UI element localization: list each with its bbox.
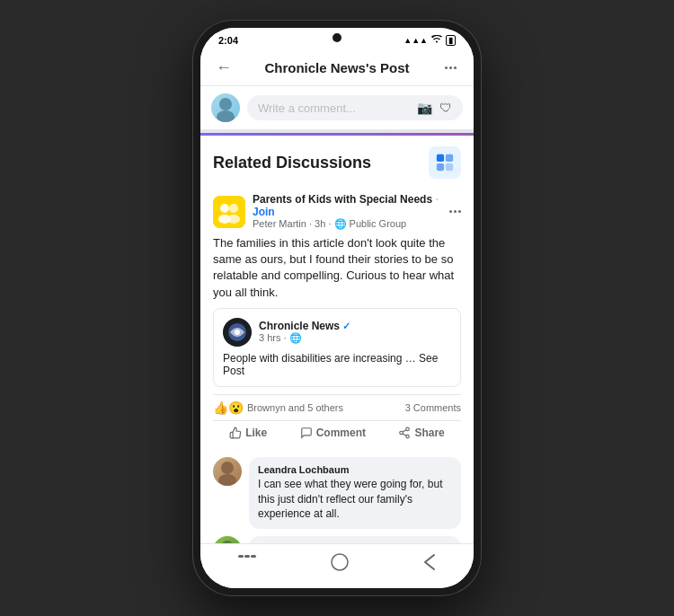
reaction-emojis: 👍 😮 Brownyn and 5 others: [213, 400, 343, 415]
comments-section: Leandra Lochbaum I can see what they wer…: [200, 453, 474, 543]
like-label: Like: [245, 427, 267, 439]
phone-frame: 2:04 ▲▲▲ ▮ ← Chronicle News's Post: [193, 21, 481, 595]
group-info: Parents of Kids with Special Needs · Joi…: [213, 193, 449, 230]
nav-menu-icon[interactable]: [238, 555, 256, 574]
scroll-content[interactable]: Write a comment... 📷 🛡 Related Discussio…: [200, 86, 474, 543]
svg-rect-4: [437, 163, 444, 171]
commenter-avatar-2: [213, 536, 242, 543]
embedded-source-name: Chronicle News ✓: [259, 320, 350, 332]
embedded-post[interactable]: Chronicle News ✓ 3 hrs · 🌐 People with d…: [213, 308, 461, 387]
group-name: Parents of Kids with Special Needs · Joi…: [253, 193, 449, 218]
embedded-post-meta: 3 hrs · 🌐: [259, 332, 350, 344]
svg-rect-5: [446, 163, 453, 171]
svg-rect-27: [251, 555, 256, 558]
svg-point-10: [227, 215, 240, 224]
like-emoji: 👍: [213, 400, 228, 415]
more-options-button[interactable]: [438, 55, 463, 80]
svg-point-19: [221, 462, 234, 474]
battery-icon: ▮: [446, 35, 456, 46]
group-avatar: [213, 196, 245, 228]
top-comment-input-area: Write a comment... 📷 🛡: [200, 86, 474, 133]
comment-placeholder: Write a comment...: [258, 101, 356, 115]
verified-badge: ✓: [342, 321, 350, 331]
post-text: The families in this article don't look …: [213, 235, 461, 301]
svg-rect-2: [437, 154, 444, 162]
related-icon-button[interactable]: [429, 146, 461, 179]
embedded-source-avatar: [223, 318, 252, 347]
wow-emoji: 😮: [228, 400, 244, 415]
discussion-card: Parents of Kids with Special Needs · Joi…: [200, 186, 474, 453]
comments-count: 3 Comments: [405, 402, 461, 413]
camera-icon: 📷: [417, 101, 432, 115]
commenter-name-1: Leandra Lochbaum: [258, 464, 452, 475]
page-title: Chronicle News's Post: [264, 60, 409, 75]
nav-home-icon[interactable]: [331, 553, 349, 576]
emoji-stack: 👍 😮: [213, 400, 244, 415]
svg-point-14: [406, 427, 410, 431]
group-meta: Peter Martin · 3h · 🌐 Public Group: [253, 218, 449, 230]
embedded-source-info: Chronicle News ✓ 3 hrs · 🌐: [259, 320, 350, 344]
svg-point-16: [406, 435, 410, 438]
bottom-navigation: [200, 543, 474, 588]
svg-point-28: [332, 554, 348, 570]
signal-icon: ▲▲▲: [404, 36, 428, 45]
svg-rect-6: [213, 196, 245, 228]
svg-point-15: [400, 431, 404, 435]
shield-icon: 🛡: [439, 101, 452, 115]
svg-point-1: [217, 110, 235, 122]
svg-point-7: [220, 204, 229, 213]
join-link[interactable]: Join: [253, 206, 275, 218]
related-discussions-header: Related Discussions: [200, 136, 474, 186]
svg-rect-26: [244, 555, 250, 558]
share-button[interactable]: Share: [398, 427, 444, 439]
related-discussions-title: Related Discussions: [213, 154, 371, 172]
embedded-post-header: Chronicle News ✓ 3 hrs · 🌐: [223, 318, 451, 347]
comment-bubble-2: Cara Jones I am SO grateful that more pe…: [249, 536, 461, 543]
comment-input-field[interactable]: Write a comment... 📷 🛡: [247, 95, 463, 120]
embedded-post-text: People with disabilities are increasing …: [223, 352, 451, 377]
group-details: Parents of Kids with Special Needs · Joi…: [253, 193, 449, 230]
svg-point-13: [235, 330, 240, 335]
comment-button[interactable]: Comment: [300, 427, 366, 439]
svg-rect-25: [238, 555, 244, 558]
share-label: Share: [414, 427, 444, 439]
like-button[interactable]: Like: [229, 427, 267, 439]
nav-back-icon[interactable]: [423, 553, 436, 576]
current-user-avatar: [211, 93, 240, 122]
svg-point-0: [219, 98, 232, 110]
more-options-icon[interactable]: [449, 210, 461, 213]
navigation-bar: ← Chronicle News's Post: [200, 49, 474, 86]
status-bar: 2:04 ▲▲▲ ▮: [200, 28, 474, 49]
status-icons: ▲▲▲ ▮: [404, 35, 456, 46]
wifi-icon: [431, 35, 442, 46]
reactions-text: Brownyn and 5 others: [247, 402, 343, 413]
comment-item-2: Cara Jones I am SO grateful that more pe…: [213, 536, 461, 543]
svg-point-20: [218, 474, 236, 486]
svg-line-18: [403, 430, 406, 432]
reactions-row: 👍 😮 Brownyn and 5 others 3 Comments: [213, 394, 461, 421]
status-time: 2:04: [218, 35, 238, 46]
comment-text-1: I can see what they were going for, but …: [258, 477, 452, 522]
svg-point-8: [229, 204, 238, 213]
input-icons: 📷 🛡: [417, 101, 452, 115]
commenter-avatar-1: [213, 457, 242, 486]
phone-screen: 2:04 ▲▲▲ ▮ ← Chronicle News's Post: [200, 28, 474, 588]
group-header: Parents of Kids with Special Needs · Joi…: [213, 193, 461, 230]
comment-item: Leandra Lochbaum I can see what they wer…: [213, 457, 461, 529]
svg-line-17: [403, 434, 406, 436]
back-button[interactable]: ←: [211, 55, 236, 80]
action-buttons: Like Comment Share: [213, 425, 461, 446]
camera-notch: [333, 33, 341, 42]
comment-label: Comment: [316, 427, 366, 439]
svg-rect-3: [446, 154, 453, 162]
comment-bubble-1: Leandra Lochbaum I can see what they wer…: [249, 457, 461, 529]
